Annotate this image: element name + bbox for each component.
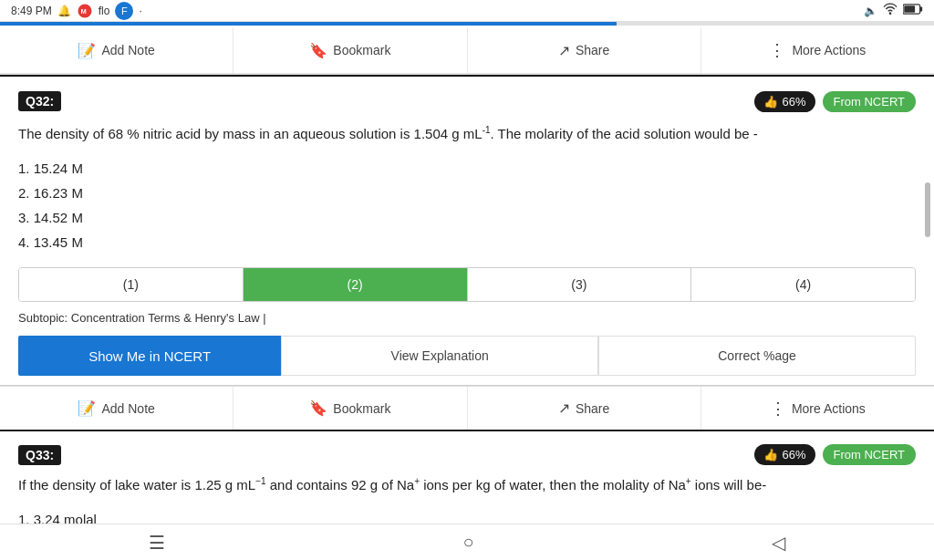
bottom-more-icon: ⋮ [770, 399, 786, 419]
avatar: F [115, 2, 133, 20]
bottom-add-note-button[interactable]: 📝 Add Note [0, 387, 234, 430]
bottom-more-actions-button[interactable]: ⋮ More Actions [701, 387, 934, 430]
subtopic-area: Subtopic: Concentration Terms & Henry's … [18, 311, 916, 325]
share-icon: ↗ [558, 42, 570, 59]
more-icon: ⋮ [769, 40, 786, 60]
top-toolbar: 📝 Add Note 🔖 Bookmark ↗ Share ⋮ More Act… [0, 27, 934, 75]
bottom-share-icon: ↗ [558, 399, 570, 417]
q33-like-pct: 66% [782, 448, 805, 461]
q33-thumbs-up-icon: 👍 [763, 448, 778, 461]
svg-rect-5 [904, 5, 915, 13]
bottom-bookmark-icon: 🔖 [309, 399, 327, 417]
q32-option-4: 4. 13.45 M [18, 230, 916, 254]
correct-pctage-button[interactable]: Correct %age [598, 336, 916, 376]
answer-btn-3[interactable]: (3) [468, 268, 692, 301]
answer-btn-1[interactable]: (1) [19, 268, 244, 301]
answer-btn-2[interactable]: (2) [244, 268, 468, 301]
q32-question-text: The density of 68 % nitric acid by mass … [18, 123, 916, 145]
q33-badges: 👍 66% From NCERT [754, 444, 916, 465]
like-pct: 66% [782, 95, 805, 109]
thumbs-up-icon: 👍 [763, 95, 778, 109]
nav-back-icon[interactable]: ◁ [772, 532, 785, 554]
q33-header: Q33: 👍 66% From NCERT [18, 444, 916, 465]
bottom-share-label: Share [576, 401, 609, 416]
volume-icon: 🔈 [864, 5, 877, 17]
status-icon-alert: 🔔 [57, 5, 71, 17]
time: 8:49 PM [11, 5, 52, 17]
ncert-badge: From NCERT [823, 91, 916, 112]
subtopic-value: Concentration Terms & Henry's Law | [71, 311, 266, 325]
bottom-bookmark-label: Bookmark [333, 401, 390, 416]
progress-track [0, 22, 934, 26]
bottom-more-actions-label: More Actions [792, 401, 866, 416]
answer-row: (1) (2) (3) (4) [18, 267, 916, 302]
bottom-toolbar: 📝 Add Note 🔖 Bookmark ↗ Share ⋮ More Act… [0, 386, 934, 431]
progress-fill [0, 22, 617, 26]
show-ncert-button[interactable]: Show Me in NCERT [18, 336, 281, 376]
bottom-bookmark-button[interactable]: 🔖 Bookmark [234, 387, 467, 430]
status-right: 🔈 [864, 2, 923, 19]
scroll-indicator [925, 182, 930, 237]
svg-rect-4 [920, 6, 923, 11]
status-app-label: flo [99, 5, 110, 17]
q32-badges: 👍 66% From NCERT [754, 91, 916, 112]
nav-home-icon[interactable]: ○ [462, 532, 473, 553]
q32-options: 1. 15.24 M 2. 16.23 M 3. 14.52 M 4. 13.4… [18, 156, 916, 254]
subtopic-label: Subtopic: [18, 311, 67, 325]
more-actions-label: More Actions [792, 43, 866, 57]
wifi-icon [883, 2, 898, 19]
status-dot: · [139, 5, 141, 17]
q33-ncert-badge: From NCERT [823, 444, 916, 465]
q32-option-3: 3. 14.52 M [18, 205, 916, 230]
progress-area [0, 22, 934, 27]
add-note-button[interactable]: 📝 Add Note [0, 27, 234, 73]
svg-text:M: M [80, 7, 86, 16]
like-badge: 👍 66% [754, 91, 815, 112]
bookmark-label: Bookmark [333, 43, 390, 57]
status-left: 8:49 PM 🔔 M flo F · [11, 2, 142, 20]
answer-btn-4[interactable]: (4) [691, 268, 915, 301]
bookmark-icon: 🔖 [309, 42, 327, 59]
q33-question-text: If the density of lake water is 1.25 g m… [18, 474, 916, 496]
action-row: Show Me in NCERT View Explanation Correc… [18, 336, 916, 376]
q33-number: Q33: [18, 445, 61, 465]
view-explanation-button[interactable]: View Explanation [281, 336, 598, 376]
q32-header: Q32: 👍 66% From NCERT [18, 91, 916, 112]
add-note-label: Add Note [101, 43, 154, 57]
system-nav: ☰ ○ ◁ [0, 524, 934, 560]
battery-icon [903, 4, 923, 17]
status-bar: 8:49 PM 🔔 M flo F · 🔈 [0, 0, 934, 22]
more-actions-button[interactable]: ⋮ More Actions [701, 27, 934, 73]
q32-section: Q32: 👍 66% From NCERT The density of 68 … [0, 75, 934, 386]
bottom-add-note-icon: 📝 [78, 399, 96, 417]
share-button[interactable]: ↗ Share [468, 27, 701, 73]
app-name: M [77, 3, 93, 19]
bottom-add-note-label: Add Note [101, 401, 154, 416]
bottom-share-button[interactable]: ↗ Share [468, 387, 701, 430]
svg-point-2 [889, 13, 890, 14]
q32-number: Q32: [18, 91, 61, 111]
q32-option-1: 1. 15.24 M [18, 156, 916, 181]
q33-like-badge: 👍 66% [754, 444, 815, 465]
bookmark-button[interactable]: 🔖 Bookmark [234, 27, 467, 73]
add-note-icon: 📝 [78, 42, 96, 59]
nav-menu-icon[interactable]: ☰ [149, 532, 165, 554]
share-label: Share [576, 43, 609, 57]
q32-option-2: 2. 16.23 M [18, 181, 916, 205]
